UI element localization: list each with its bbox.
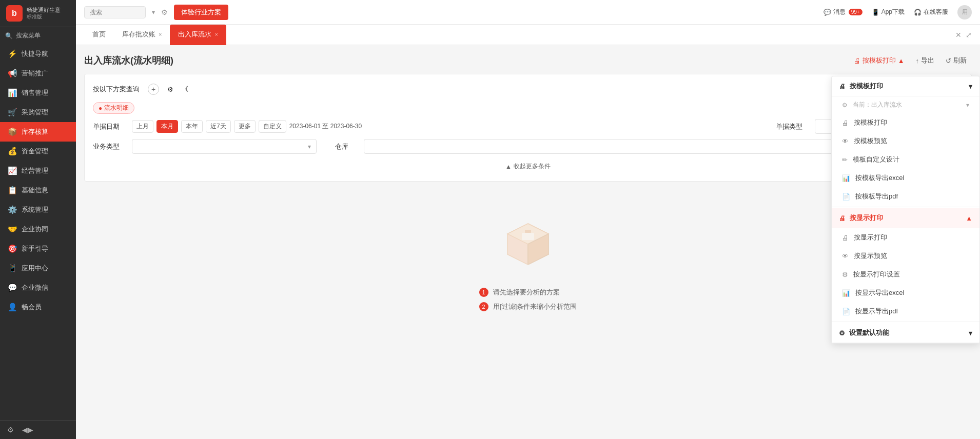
filter-tag-item[interactable]: ● 流水明细 bbox=[93, 102, 134, 114]
default-function-section-header[interactable]: ⚙ 设置默认功能 ▾ bbox=[832, 323, 979, 343]
quick-nav-icon: ⚡ bbox=[7, 49, 17, 58]
tab-batch-account[interactable]: 库存批次账 × bbox=[114, 25, 170, 45]
sidebar-item-sales[interactable]: 📊 销售管理 bbox=[0, 83, 76, 103]
marketing-icon: 📢 bbox=[7, 69, 17, 78]
close-all-tabs-icon[interactable]: ✕ bbox=[955, 31, 962, 39]
sidebar-item-guide[interactable]: 🎯 新手引导 bbox=[0, 239, 76, 258]
excel-icon-item: 📊 bbox=[842, 174, 850, 182]
page-actions-group: 🖨 按模板打印 ▲ ↑ 导出 ↺ 刷新 bbox=[849, 53, 972, 68]
filter-settings-icon[interactable]: ⚙ bbox=[167, 86, 173, 93]
export-button[interactable]: ↑ 导出 bbox=[911, 53, 940, 68]
user-avatar[interactable]: 用 bbox=[957, 5, 972, 19]
sidebar-item-label: 资金管理 bbox=[22, 147, 48, 156]
empty-state-icon bbox=[502, 218, 554, 274]
dropdown-item-template-export-excel[interactable]: 📊 按模板导出excel bbox=[832, 169, 979, 187]
sidebar-item-basic[interactable]: 📋 基础信息 bbox=[0, 181, 76, 200]
sidebar-item-label: 企业协同 bbox=[22, 225, 48, 234]
sidebar: b 畅捷通好生意 标准版 🔍 搜索菜单 ⚡ 快捷导航 📢 营销推广 📊 销售管理… bbox=[0, 0, 76, 439]
design-icon-item: ✏ bbox=[842, 156, 848, 164]
industry-solution-button[interactable]: 体验行业方案 bbox=[174, 5, 228, 20]
logo-name: 畅捷通好生意 bbox=[27, 6, 61, 13]
enterprise-icon: 🤝 bbox=[7, 225, 17, 234]
display-print-section-header[interactable]: 🖨 按显示打印 ▲ bbox=[832, 208, 979, 228]
finance-icon: 💰 bbox=[7, 147, 17, 156]
date-7days-btn[interactable]: 近7天 bbox=[206, 120, 231, 133]
dropdown-item-template-preview[interactable]: 👁 按模板预览 bbox=[832, 132, 979, 150]
date-more-btn[interactable]: 更多 bbox=[234, 120, 256, 133]
dropdown-item-display-export-pdf[interactable]: 📄 按显示导出pdf bbox=[832, 302, 979, 321]
collapse-button[interactable]: ▲ 收起更多条件 bbox=[502, 159, 554, 174]
sidebar-item-label: 经营管理 bbox=[22, 166, 48, 175]
page-title: 出入库流水(流水明细) bbox=[84, 54, 173, 67]
dropdown-item-display-export-excel[interactable]: 📊 按显示导出excel bbox=[832, 284, 979, 302]
date-this-month-btn[interactable]: 本月 bbox=[156, 120, 178, 133]
display-excel-icon: 📊 bbox=[842, 289, 850, 297]
message-button[interactable]: 💬 消息 99+ bbox=[824, 8, 863, 16]
topbar-left: ▾ ⚙ 体验行业方案 bbox=[84, 5, 228, 20]
sidebar-item-label: 新手引导 bbox=[22, 244, 48, 253]
sidebar-item-finance[interactable]: 💰 资金管理 bbox=[0, 142, 76, 161]
tab-flow-label: 出入库流水 bbox=[178, 30, 211, 39]
sidebar-search[interactable]: 🔍 搜索菜单 bbox=[0, 27, 76, 44]
logo-icon: b bbox=[6, 5, 23, 22]
online-service-button[interactable]: 🎧 在线客服 bbox=[914, 8, 948, 16]
date-custom-btn[interactable]: 自定义 bbox=[259, 120, 286, 133]
tab-batch-account-close[interactable]: × bbox=[159, 31, 162, 37]
template-print-section-header[interactable]: 🖨 按模板打印 ▾ bbox=[832, 76, 979, 96]
sidebar-item-operation[interactable]: 📈 经营管理 bbox=[0, 161, 76, 181]
sidebar-item-quick-nav[interactable]: ⚡ 快捷导航 bbox=[0, 44, 76, 64]
refresh-button[interactable]: ↺ 刷新 bbox=[940, 53, 972, 68]
sidebar-item-purchase[interactable]: 🛒 采购管理 bbox=[0, 103, 76, 122]
filter-collapse-icon[interactable]: 《 bbox=[182, 85, 188, 94]
tab-home[interactable]: 首页 bbox=[84, 25, 114, 45]
topbar-search-input[interactable] bbox=[84, 6, 146, 18]
topbar: ▾ ⚙ 体验行业方案 💬 消息 99+ 📱 App下载 🎧 在线客服 用 bbox=[76, 0, 980, 25]
sidebar-item-app-center[interactable]: 📱 应用中心 bbox=[0, 258, 76, 278]
search-label: 搜索菜单 bbox=[16, 31, 41, 40]
sidebar-item-system[interactable]: ⚙️ 系统管理 bbox=[0, 200, 76, 220]
guide-icon: 🎯 bbox=[7, 244, 17, 253]
dropdown-item-template-export-pdf[interactable]: 📄 按模板导出pdf bbox=[832, 187, 979, 206]
sidebar-logo: b 畅捷通好生意 标准版 bbox=[0, 0, 76, 27]
sidebar-item-label: 企业微信 bbox=[22, 283, 48, 292]
purchase-icon: 🛒 bbox=[7, 108, 17, 117]
dropdown-item-display-print-settings[interactable]: ⚙ 按显示打印设置 bbox=[832, 265, 979, 284]
wechat-icon: 💬 bbox=[7, 283, 17, 292]
dropdown-item-template-custom[interactable]: ✏ 模板自定义设计 bbox=[832, 150, 979, 169]
filter-add-button[interactable]: + bbox=[148, 84, 159, 95]
app-download-button[interactable]: 📱 App下载 bbox=[872, 8, 905, 16]
dropdown-item-template-print[interactable]: 🖨 按模板打印 bbox=[832, 113, 979, 132]
tab-flow-close[interactable]: × bbox=[214, 31, 218, 37]
current-template-indicator: ⚙ 当前：出入库流水 ▾ bbox=[832, 96, 979, 113]
sidebar-item-member[interactable]: 👤 畅会员 bbox=[0, 297, 76, 317]
sidebar-item-marketing[interactable]: 📢 营销推广 bbox=[0, 64, 76, 83]
business-type-label: 业务类型 bbox=[93, 142, 124, 151]
sidebar-item-label: 销售管理 bbox=[22, 88, 48, 97]
inventory-icon: 📦 bbox=[7, 127, 17, 136]
topbar-chevron-icon[interactable]: ▾ bbox=[152, 9, 155, 16]
operation-icon: 📈 bbox=[7, 166, 17, 175]
expand-icon[interactable]: ⤢ bbox=[966, 31, 972, 39]
tab-flow[interactable]: 出入库流水 × bbox=[170, 25, 226, 45]
sidebar-item-inventory[interactable]: 📦 库存核算 bbox=[0, 122, 76, 142]
settings-footer-icon[interactable]: ⚙ bbox=[7, 426, 14, 434]
dropdown-item-display-print[interactable]: 🖨 按显示打印 bbox=[832, 228, 979, 247]
business-type-select[interactable]: ▾ bbox=[132, 139, 317, 154]
main-area: ▾ ⚙ 体验行业方案 💬 消息 99+ 📱 App下载 🎧 在线客服 用 首页 bbox=[76, 0, 980, 439]
pdf-icon-item: 📄 bbox=[842, 193, 850, 201]
svg-rect-4 bbox=[522, 233, 534, 240]
date-filter-options: 上月 本月 本年 近7天 更多 自定义 2023-06-01 至 2023-06… bbox=[132, 120, 757, 133]
sidebar-item-enterprise[interactable]: 🤝 企业协同 bbox=[0, 220, 76, 239]
default-function-chevron: ▾ bbox=[969, 329, 972, 337]
sidebar-item-label: 采购管理 bbox=[22, 108, 48, 117]
sidebar-footer: ⚙ ◀▶ bbox=[0, 420, 76, 439]
template-section-chevron: ▾ bbox=[969, 83, 972, 90]
template-print-button[interactable]: 🖨 按模板打印 ▲ bbox=[849, 53, 910, 68]
toggle-sidebar-icon[interactable]: ◀▶ bbox=[22, 426, 33, 434]
sidebar-item-wechat[interactable]: 💬 企业微信 bbox=[0, 278, 76, 297]
filter-tag-icon: ● bbox=[99, 105, 102, 112]
date-prev-month-btn[interactable]: 上月 bbox=[132, 120, 153, 133]
dropdown-item-display-preview[interactable]: 👁 按显示预览 bbox=[832, 247, 979, 265]
topbar-gear-icon[interactable]: ⚙ bbox=[161, 8, 168, 16]
date-this-year-btn[interactable]: 本年 bbox=[181, 120, 203, 133]
